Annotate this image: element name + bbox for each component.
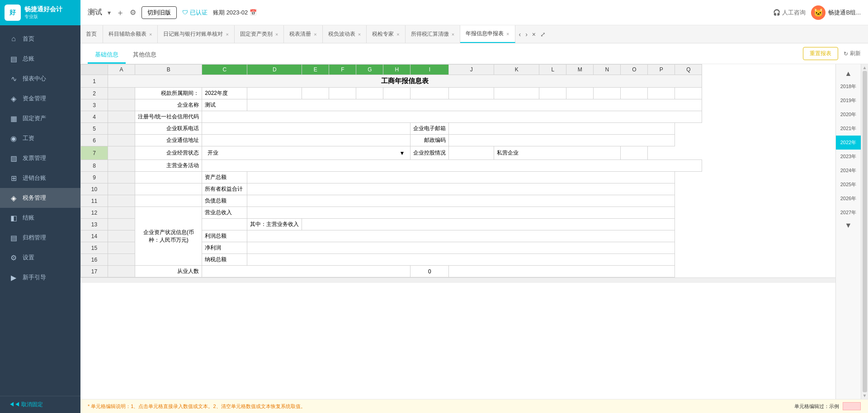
cell-2-p[interactable] <box>648 88 675 99</box>
cell-2-g[interactable] <box>356 88 383 99</box>
tab-prev-button[interactable]: ‹ <box>517 30 523 39</box>
cell-2-i[interactable] <box>410 88 449 99</box>
cell-12-rest[interactable] <box>247 207 675 219</box>
col-header-N[interactable]: N <box>594 65 621 75</box>
col-header-G[interactable]: G <box>356 65 383 75</box>
topbar-dropdown-icon[interactable]: ▾ <box>108 9 111 16</box>
sidebar-item-tax[interactable]: ◈ 税务管理 <box>0 188 80 208</box>
col-header-A[interactable]: A <box>108 65 135 75</box>
cell-5-kq[interactable] <box>449 123 675 135</box>
cell-2-j[interactable] <box>449 88 494 99</box>
tab-close-4[interactable]: × <box>314 32 316 37</box>
tab-close-2[interactable]: × <box>226 32 228 37</box>
tab-close-8[interactable]: × <box>506 31 509 37</box>
tab-expand-button[interactable]: ⤢ <box>538 30 547 39</box>
tab-0[interactable]: 首页 <box>80 25 103 43</box>
cell-2-q[interactable] <box>675 88 702 99</box>
cell-5-cdi[interactable] <box>202 123 410 135</box>
cell-14-rest[interactable] <box>247 230 675 242</box>
sidebar-item-ledger[interactable]: ▤ 总账 <box>0 49 80 69</box>
col-header-M[interactable]: M <box>566 65 594 75</box>
subtab-1[interactable]: 其他信息 <box>126 47 164 64</box>
sidebar-item-fund[interactable]: ◈ 资金管理 <box>0 89 80 108</box>
topbar-gear-icon[interactable]: ⚙ <box>130 8 136 17</box>
sidebar-item-stock[interactable]: ⊞ 进销台账 <box>0 168 80 188</box>
tab-8[interactable]: 年报信息申报表× <box>460 25 515 43</box>
cell-2-f[interactable] <box>329 88 356 99</box>
sidebar-item-salary[interactable]: ◉ 工资 <box>0 128 80 148</box>
tab-close-7[interactable]: × <box>452 32 454 37</box>
col-header-O[interactable]: O <box>621 65 648 75</box>
scroll-thumb[interactable] <box>863 71 867 392</box>
cell-6-cdi[interactable] <box>202 135 410 146</box>
cell-1-title[interactable]: 工商年报信息表 <box>108 75 702 88</box>
sidebar-item-report[interactable]: ∿ 报表中心 <box>0 69 80 89</box>
tab-4[interactable]: 税表清册× <box>284 25 322 43</box>
cell-13-rest[interactable] <box>302 219 675 230</box>
year-nav-down-button[interactable]: ▼ <box>843 220 854 231</box>
cell-2-o[interactable] <box>621 88 648 99</box>
col-header-L[interactable]: L <box>539 65 566 75</box>
cell-4-rest[interactable] <box>202 111 702 123</box>
tab-3[interactable]: 固定资产类别× <box>235 25 284 43</box>
cell-17-ci[interactable] <box>202 266 410 277</box>
year-item-2025年[interactable]: 2025年 <box>836 178 861 192</box>
year-item-2022年[interactable]: 2022年 <box>836 136 861 150</box>
year-item-2023年[interactable]: 2023年 <box>836 150 861 164</box>
cell-7-q[interactable] <box>621 146 648 160</box>
cell-7-dropdown[interactable]: 开业▼ <box>202 146 410 160</box>
tab-close-1[interactable]: × <box>149 32 152 37</box>
col-header-I[interactable]: I <box>410 65 449 75</box>
refresh-button[interactable]: ↻ 刷新 <box>844 50 861 57</box>
sidebar-item-asset[interactable]: ▦ 固定资产 <box>0 108 80 128</box>
topbar-add-icon[interactable]: ＋ <box>116 7 124 18</box>
year-nav-up-button[interactable]: ▲ <box>843 68 854 80</box>
sidebar-item-settings[interactable]: ⚙ 设置 <box>0 248 80 268</box>
col-header-D[interactable]: D <box>247 65 302 75</box>
cell-11-rest[interactable] <box>247 195 675 207</box>
tab-close-5[interactable]: × <box>358 32 361 37</box>
tab-close-6[interactable]: × <box>396 32 399 37</box>
topbar-old-version-button[interactable]: 切到旧版 <box>142 6 177 19</box>
tab-1[interactable]: 科目辅助余额表× <box>103 25 158 43</box>
horizontal-scrollbar[interactable] <box>80 277 835 283</box>
scroll-up-button[interactable]: ▲ <box>863 65 867 70</box>
cell-9-rest[interactable] <box>247 172 675 183</box>
cell-7-k[interactable] <box>449 146 494 160</box>
tab-2[interactable]: 日记账与银行对账单核对× <box>158 25 234 43</box>
year-item-2020年[interactable]: 2020年 <box>836 108 861 122</box>
year-item-2026年[interactable]: 2026年 <box>836 192 861 206</box>
col-header-J[interactable]: J <box>449 65 494 75</box>
cell-2-n[interactable] <box>594 88 621 99</box>
sidebar-item-archive[interactable]: ▤ 归档管理 <box>0 228 80 248</box>
col-header-P[interactable]: P <box>648 65 675 75</box>
spreadsheet-wrapper[interactable]: ABCDEFGHIJKLMNOPQ 1 工商年报信息表 2 税款所属期间： 20… <box>80 64 835 399</box>
scroll-down-button[interactable]: ▼ <box>863 393 867 398</box>
sidebar-item-guide[interactable]: ▶ 新手引导 <box>0 268 80 287</box>
subtab-0[interactable]: 基础信息 <box>88 47 126 64</box>
topbar-user[interactable]: 🐱 畅捷通B组... <box>811 5 861 20</box>
cell-8-rest[interactable] <box>202 160 702 172</box>
cell-17-kq[interactable] <box>449 266 675 277</box>
sidebar-item-close[interactable]: ◧ 结账 <box>0 208 80 228</box>
tab-next-button[interactable]: › <box>524 30 529 39</box>
cell-16-rest[interactable] <box>247 254 675 266</box>
sidebar-item-home[interactable]: ⌂ 首页 <box>0 29 80 49</box>
cell-7-lp[interactable]: 私营企业 <box>494 146 621 160</box>
year-item-2021年[interactable]: 2021年 <box>836 122 861 136</box>
tab-7[interactable]: 所得税汇算清缴× <box>406 25 460 43</box>
year-item-2027年[interactable]: 2027年 <box>836 206 861 220</box>
col-header-E[interactable]: E <box>302 65 329 75</box>
cell-2-e[interactable] <box>302 88 329 99</box>
cell-6-kq[interactable] <box>449 135 675 146</box>
cell-17-j[interactable]: 0 <box>410 266 449 277</box>
cell-2-c[interactable]: 2022年度 <box>202 88 247 99</box>
col-header-K[interactable]: K <box>494 65 539 75</box>
tab-5[interactable]: 税负波动表× <box>323 25 367 43</box>
col-header-B[interactable]: B <box>135 65 202 75</box>
year-item-2018年[interactable]: 2018年 <box>836 80 861 94</box>
year-item-2024年[interactable]: 2024年 <box>836 164 861 178</box>
tab-close-all-button[interactable]: × <box>530 30 538 39</box>
cell-3-rest[interactable] <box>247 99 702 111</box>
year-item-2019年[interactable]: 2019年 <box>836 94 861 108</box>
